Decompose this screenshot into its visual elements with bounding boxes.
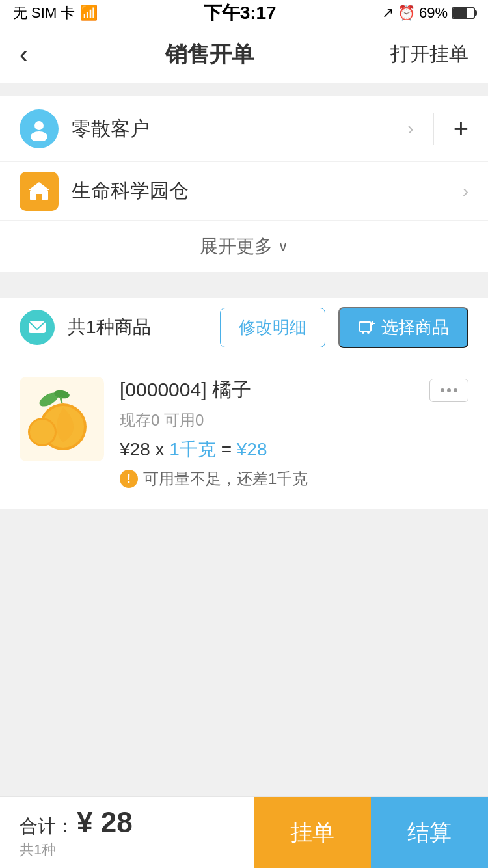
product-warning: ! 可用量不足，还差1千克 bbox=[120, 468, 468, 489]
total-section: 合计： ¥ 28 共1种 bbox=[0, 806, 254, 860]
dot-2 bbox=[447, 388, 451, 392]
product-price-row: ¥28 x 1千克 = ¥28 bbox=[120, 437, 468, 462]
product-stock: 现存0 可用0 bbox=[120, 410, 468, 431]
status-left: 无 SIM 卡 📶 bbox=[13, 3, 98, 23]
product-image bbox=[20, 377, 104, 461]
nav-bar: ‹ 销售开单 打开挂单 bbox=[0, 26, 488, 83]
dot-1 bbox=[441, 388, 444, 392]
total-label: 合计： bbox=[20, 814, 74, 839]
product-equals: = bbox=[221, 439, 232, 459]
hang-button[interactable]: 挂单 bbox=[254, 797, 371, 869]
status-right: ↗ ⏰ 69% bbox=[382, 5, 475, 21]
total-amount: ¥ 28 bbox=[77, 806, 133, 839]
svg-point-8 bbox=[367, 331, 370, 334]
product-multiply: x bbox=[156, 439, 165, 459]
customer-row[interactable]: 零散客户 › + bbox=[0, 96, 488, 161]
sim-label: 无 SIM 卡 bbox=[13, 3, 75, 23]
select-product-label: 选择商品 bbox=[381, 316, 449, 339]
product-id: [0000004] bbox=[120, 379, 206, 400]
warehouse-name: 生命科学园仓 bbox=[72, 178, 463, 204]
page-title: 销售开单 bbox=[165, 40, 254, 70]
warehouse-svg-icon bbox=[27, 180, 51, 203]
open-hang-button[interactable]: 打开挂单 bbox=[390, 41, 468, 68]
product-title: 橘子 bbox=[212, 379, 251, 400]
product-name: [0000004] 橘子 bbox=[120, 377, 251, 403]
customer-arrow-icon: › bbox=[407, 118, 413, 139]
alarm-icon: ⏰ bbox=[398, 5, 415, 21]
section-gap-1 bbox=[0, 83, 488, 96]
select-product-button[interactable]: 选择商品 bbox=[338, 307, 468, 348]
total-sub-label: 共1种 bbox=[20, 840, 234, 860]
products-header: 共1种商品 修改明细 选择商品 bbox=[0, 298, 488, 357]
customer-avatar bbox=[20, 109, 59, 148]
modify-detail-button[interactable]: 修改明细 bbox=[220, 308, 325, 347]
warehouse-arrow-icon: › bbox=[463, 181, 468, 202]
battery-percent: 69% bbox=[419, 5, 448, 21]
svg-point-1 bbox=[31, 131, 47, 141]
product-total: ¥28 bbox=[237, 439, 267, 459]
product-more-button[interactable] bbox=[429, 379, 468, 402]
warehouse-icon bbox=[20, 172, 59, 211]
location-icon: ↗ bbox=[382, 5, 394, 21]
dot-3 bbox=[454, 388, 457, 392]
product-price-unit: ¥28 bbox=[120, 439, 150, 459]
svg-point-17 bbox=[30, 420, 55, 444]
cart-add-icon bbox=[358, 318, 376, 336]
product-item: [0000004] 橘子 现存0 可用0 ¥28 x 1千克 = ¥28 ! 可… bbox=[0, 357, 488, 509]
warning-icon: ! bbox=[120, 470, 138, 488]
svg-line-15 bbox=[61, 397, 62, 403]
customer-name: 零散客户 bbox=[72, 116, 407, 142]
svg-rect-6 bbox=[359, 322, 371, 331]
orange-illustration bbox=[23, 380, 101, 458]
svg-rect-4 bbox=[36, 194, 42, 200]
status-time: 下午3:17 bbox=[204, 1, 277, 25]
expand-more-button[interactable]: 展开更多 ∨ bbox=[0, 220, 488, 272]
back-button[interactable]: ‹ bbox=[20, 40, 28, 69]
svg-marker-3 bbox=[29, 182, 49, 190]
product-quantity: 1千克 bbox=[169, 439, 216, 459]
svg-point-7 bbox=[362, 331, 364, 334]
chevron-down-icon: ∨ bbox=[278, 238, 288, 255]
warning-text: 可用量不足，还差1千克 bbox=[143, 468, 308, 489]
products-count-label: 共1种商品 bbox=[68, 315, 207, 340]
exclamation-icon: ! bbox=[127, 472, 131, 486]
checkout-button[interactable]: 结算 bbox=[371, 797, 488, 869]
section-gap-2 bbox=[0, 272, 488, 285]
cart-icon-circle bbox=[20, 310, 55, 345]
product-name-row: [0000004] 橘子 bbox=[120, 377, 468, 403]
empty-area bbox=[0, 509, 488, 821]
divider bbox=[433, 113, 434, 145]
battery-icon bbox=[452, 7, 475, 19]
add-customer-button[interactable]: + bbox=[454, 115, 468, 144]
expand-more-label: 展开更多 bbox=[200, 234, 273, 259]
wifi-icon: 📶 bbox=[80, 5, 98, 21]
bottom-bar: 合计： ¥ 28 共1种 挂单 结算 bbox=[0, 796, 488, 868]
envelope-icon bbox=[27, 318, 47, 337]
status-bar: 无 SIM 卡 📶 下午3:17 ↗ ⏰ 69% bbox=[0, 0, 488, 26]
product-details: [0000004] 橘子 现存0 可用0 ¥28 x 1千克 = ¥28 ! 可… bbox=[120, 377, 468, 489]
svg-point-0 bbox=[34, 121, 44, 130]
person-icon bbox=[27, 117, 51, 141]
warehouse-row[interactable]: 生命科学园仓 › bbox=[0, 161, 488, 220]
